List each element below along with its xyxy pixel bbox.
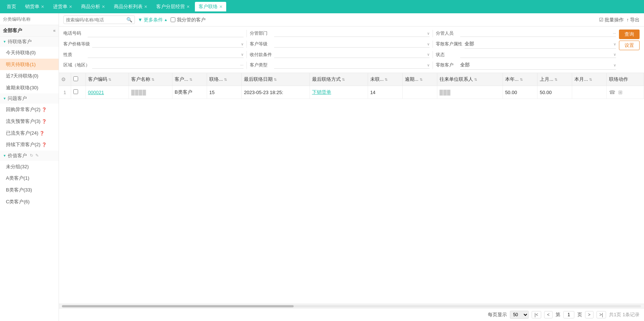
gear-icon[interactable]: ⚙: [61, 76, 66, 82]
th-this-month[interactable]: 本月... ⇅: [572, 73, 607, 86]
filter-my-customers: 我分管的客户: [171, 17, 206, 23]
sidebar-item-7days[interactable]: 近7天待联络(0): [0, 70, 59, 82]
filter-payment: 收付款条件 ∨: [250, 51, 430, 58]
sidebar-collapse-btn[interactable]: «: [53, 28, 56, 33]
th-last-method[interactable]: 最后联络方式 ⇅: [309, 73, 368, 86]
th-last-month[interactable]: 上月... ⇅: [538, 73, 572, 86]
nav-customer-contact[interactable]: 客户联络 ✕: [195, 2, 226, 11]
sidebar-group-value[interactable]: 价值客户 ↻ ✎: [0, 151, 59, 161]
filter-retail-select[interactable]: 全部 ∨: [460, 61, 616, 70]
action-contact-icon[interactable]: ☎: [609, 89, 615, 95]
row-type: B类客户: [172, 86, 207, 99]
filter-customer-level: 客户等级 ∨: [250, 41, 430, 48]
sidebar-item-declining[interactable]: 持续下滑客户(2) ❓: [0, 139, 59, 151]
export-btn[interactable]: ↑ 导出: [627, 17, 640, 23]
sidebar-search-container: 🔍: [0, 13, 59, 25]
row-checkbox[interactable]: [73, 89, 78, 94]
per-page-select[interactable]: 50 100 200: [510, 311, 529, 319]
nav-sales[interactable]: 销货单 ✕: [21, 2, 48, 11]
th-contacts[interactable]: 联络... ⇅: [207, 73, 242, 86]
sidebar-item-ungraded[interactable]: 未分组(32): [0, 161, 59, 173]
nav-purchase[interactable]: 进货单 ✕: [49, 2, 76, 11]
adv-filter-row3: 性质 ∨ 收付款条件 ∨: [63, 51, 616, 58]
next-page-btn[interactable]: >: [585, 311, 594, 318]
nav-customer-mgmt-close[interactable]: ✕: [186, 4, 190, 9]
sidebar-item-class-b[interactable]: B类客户(33): [0, 184, 59, 196]
filter-phone-input[interactable]: [88, 30, 244, 37]
filter-status-select[interactable]: ∨: [460, 51, 616, 58]
my-customers-checkbox[interactable]: [171, 17, 175, 22]
sort-this-year-icon: ⇅: [520, 77, 523, 82]
nav-sales-close[interactable]: ✕: [41, 4, 44, 9]
th-overdue[interactable]: 逾期... ⇅: [402, 73, 437, 86]
filter-manager-select[interactable]: ···: [460, 30, 616, 37]
sidebar-group-problem[interactable]: 问题客户: [0, 93, 59, 104]
th-this-year[interactable]: 本年... ⇅: [503, 73, 537, 86]
sidebar-all-customers[interactable]: 全部客户 «: [0, 25, 59, 37]
page-input[interactable]: [563, 311, 574, 318]
nav-customer-mgmt[interactable]: 客户分层经营 ✕: [153, 2, 193, 11]
divider3: [246, 41, 247, 48]
filter-search-icon[interactable]: 🔍: [126, 17, 132, 23]
divider4: [433, 41, 433, 48]
sidebar-item-class-c[interactable]: C类客户(6): [0, 196, 59, 208]
nav-home[interactable]: 首页: [3, 2, 20, 11]
batch-ops-btn[interactable]: ☑ 批量操作: [599, 17, 624, 23]
sidebar-item-overdue[interactable]: 逾期未联络(30): [0, 82, 59, 94]
th-contacts-person[interactable]: 往来单位联系人 ⇅: [437, 73, 503, 86]
last-page-btn[interactable]: >|: [596, 311, 606, 318]
th-name[interactable]: 客户名称 ⇅: [129, 73, 172, 86]
row-name: ████: [129, 86, 172, 99]
divider8: [433, 62, 433, 69]
advanced-filter: 电话号码 分管部门 ∨ 分管人员: [59, 27, 644, 73]
sidebar-item-today[interactable]: 今天待联络(0): [0, 47, 59, 59]
nav-product-list[interactable]: 商品分析列表 ✕: [110, 2, 151, 11]
th-type[interactable]: 客户... ⇅: [172, 73, 207, 86]
filter-region: 区域（地区） ···: [63, 62, 244, 69]
prev-page-btn[interactable]: <: [544, 311, 553, 318]
filter-payment-select[interactable]: ∨: [274, 51, 430, 58]
filter-price-level-select[interactable]: ∨: [92, 41, 244, 48]
query-button[interactable]: 查询: [619, 30, 640, 39]
row-no-contact: 14: [368, 86, 402, 99]
row-contacts-person: ███: [437, 86, 503, 99]
customer-code-link[interactable]: 000021: [88, 90, 104, 95]
sidebar-item-class-a[interactable]: A类客户(1): [0, 172, 59, 184]
nav-product-analysis-close[interactable]: ✕: [102, 4, 105, 9]
th-last-date[interactable]: 最后联络日期 ⇅: [242, 73, 310, 86]
select-all-checkbox[interactable]: [73, 76, 78, 81]
settings-button[interactable]: 设置: [619, 41, 640, 50]
horizontal-scrollbar[interactable]: [59, 304, 644, 308]
sidebar-item-churn-warning[interactable]: 流失预警客户(3) ❓: [0, 115, 59, 127]
filter-dept-select[interactable]: ∨: [274, 30, 430, 37]
filter-region-select[interactable]: ···: [92, 62, 244, 69]
adv-filter-row2: 客户价格等级 ∨ 客户等级 ∨: [63, 39, 616, 49]
sort-this-month-icon: ⇅: [589, 77, 592, 82]
filter-customer-type-select[interactable]: ∨: [274, 62, 430, 69]
filter-more-btn[interactable]: ▼ 更多条件 ▲: [138, 17, 168, 23]
th-no-contact[interactable]: 未联... ⇅: [368, 73, 402, 86]
nav-purchase-close[interactable]: ✕: [69, 4, 72, 9]
filter-search-input[interactable]: [66, 17, 125, 23]
sort-no-contact-icon: ⇅: [385, 77, 388, 82]
nav-product-list-close[interactable]: ✕: [144, 4, 147, 9]
sidebar-item-churned[interactable]: 已流失客户(24) ❓: [0, 127, 59, 139]
sidebar-item-abnormal[interactable]: 回购异常客户(2) ❓: [0, 104, 59, 115]
row-last-method: 下销货单: [309, 86, 368, 99]
sort-contacts-person-icon: ⇅: [474, 77, 477, 82]
top-nav: 首页 销货单 ✕ 进货单 ✕ 商品分析 ✕ 商品分析列表 ✕ 客户分层经营 ✕ …: [0, 0, 644, 13]
filter-retail-attr-select[interactable]: 全部 ∨: [465, 39, 616, 49]
nav-customer-contact-close[interactable]: ✕: [219, 4, 223, 9]
sidebar-item-tomorrow[interactable]: 明天待联络(1): [0, 59, 59, 70]
nav-product-analysis[interactable]: 商品分析 ✕: [77, 2, 109, 11]
table-area: ⚙ 客户编码 ⇅ 客户名称: [59, 73, 644, 304]
last-method-link[interactable]: 下销货单: [312, 89, 331, 95]
scroll-thumb: [62, 305, 294, 307]
sidebar-search-input[interactable]: [3, 17, 58, 22]
filter-customer-level-select[interactable]: ∨: [274, 41, 430, 48]
sidebar-group-pending[interactable]: 待联络客户: [0, 37, 59, 47]
action-more-icon[interactable]: ⊞: [618, 89, 623, 95]
filter-nature-select[interactable]: ∨: [88, 51, 244, 58]
th-code[interactable]: 客户编码 ⇅: [85, 73, 129, 86]
first-page-btn[interactable]: |<: [532, 311, 541, 318]
